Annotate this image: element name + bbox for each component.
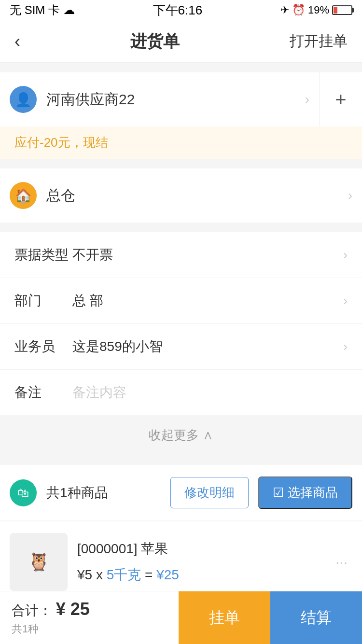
- equals: =: [145, 567, 156, 582]
- bottom-bar: 合计： ¥ 25 共1种 挂单 结算: [0, 591, 362, 644]
- chevron-right-icon: ›: [343, 293, 348, 308]
- back-button[interactable]: ‹: [14, 31, 20, 52]
- product-name: [0000001] 苹果: [77, 540, 331, 558]
- select-product-label: 选择商品: [288, 484, 338, 501]
- price-separator: x: [96, 567, 107, 582]
- note-input[interactable]: 备注内容: [72, 383, 348, 402]
- warehouse-section[interactable]: 🏠 总仓 ›: [0, 168, 362, 223]
- open-hang-button[interactable]: 打开挂单: [290, 31, 348, 51]
- product-item: 🦉 [0000001] 苹果 ¥5 x 5千克 = ¥25 ···: [0, 521, 362, 602]
- hang-button[interactable]: 挂单: [179, 591, 270, 644]
- product-code: [0000001]: [77, 541, 138, 556]
- product-count: 共1种商品: [46, 484, 161, 502]
- total-row: 合计： ¥ 25: [12, 599, 167, 620]
- owl-icon: 🦉: [28, 552, 50, 572]
- invoice-value: 不开票: [72, 246, 343, 264]
- supplier-selector[interactable]: 👤 河南供应商22 ›: [0, 72, 320, 126]
- alarm-icon: ⏰: [292, 4, 305, 16]
- supplier-name: 河南供应商22: [46, 90, 305, 110]
- total-label: 合计：: [12, 603, 52, 618]
- total-count: 共1种: [12, 622, 167, 636]
- product-header: 🛍 共1种商品 修改明细 ☑ 选择商品: [0, 465, 362, 520]
- total-section: 合计： ¥ 25 共1种: [0, 599, 179, 636]
- collapse-button[interactable]: 收起更多 ∧: [0, 415, 362, 455]
- status-right: ✈ ⏰ 19%: [280, 4, 352, 16]
- product-info: [0000001] 苹果 ¥5 x 5千克 = ¥25: [77, 540, 331, 584]
- dept-label: 部门: [14, 292, 72, 310]
- dept-row[interactable]: 部门 总 部 ›: [0, 278, 362, 324]
- product-price: ¥5 x 5千克 = ¥25: [77, 566, 331, 584]
- note-label: 备注: [14, 383, 72, 402]
- product-title: 苹果: [141, 541, 168, 556]
- chevron-right-icon: ›: [305, 92, 309, 107]
- battery-icon: [332, 5, 352, 15]
- total-amount: ¥ 25: [56, 599, 90, 619]
- gap-1: [0, 63, 362, 72]
- chevron-right-icon: ›: [348, 188, 352, 203]
- notice-banner: 应付-20元，现结: [0, 126, 362, 159]
- page-title: 进货单: [130, 30, 180, 53]
- status-bar: 无 SIM 卡 ☁ 下午6:16 ✈ ⏰ 19%: [0, 0, 362, 20]
- location-icon: ✈: [280, 4, 289, 16]
- battery-percent: 19%: [308, 4, 329, 16]
- home-icon: 🏠: [15, 188, 32, 204]
- product-icon: 🛍: [10, 479, 37, 506]
- select-icon: ☑: [273, 485, 284, 500]
- invoice-row[interactable]: 票据类型 不开票 ›: [0, 232, 362, 278]
- user-icon: 👤: [15, 92, 32, 108]
- nav-bar: ‹ 进货单 打开挂单: [0, 20, 362, 63]
- more-options-button[interactable]: ···: [331, 549, 352, 575]
- warehouse-name: 总仓: [46, 186, 348, 206]
- quantity: 5千克: [107, 567, 141, 582]
- sim-status: 无 SIM 卡 ☁: [10, 2, 75, 18]
- supplier-section: 👤 河南供应商22 › +: [0, 72, 362, 126]
- unit-price: ¥5: [77, 567, 92, 582]
- supplier-avatar: 👤: [10, 86, 37, 113]
- item-total: ¥25: [156, 567, 179, 582]
- dept-value: 总 部: [72, 292, 343, 310]
- warehouse-icon: 🏠: [10, 182, 37, 209]
- salesperson-value: 这是859的小智: [72, 337, 343, 356]
- gap-2: [0, 455, 362, 465]
- salesperson-label: 业务员: [14, 337, 72, 356]
- edit-detail-button[interactable]: 修改明细: [170, 477, 249, 508]
- bag-icon: 🛍: [17, 486, 29, 500]
- chevron-right-icon: ›: [343, 247, 348, 263]
- note-row[interactable]: 备注 备注内容: [0, 370, 362, 415]
- add-supplier-button[interactable]: +: [320, 72, 362, 126]
- product-thumbnail: 🦉: [10, 533, 68, 591]
- status-time: 下午6:16: [153, 2, 203, 19]
- form-section: 票据类型 不开票 › 部门 总 部 › 业务员 这是859的小智 › 备注 备注…: [0, 232, 362, 415]
- checkout-button[interactable]: 结算: [270, 591, 362, 644]
- salesperson-row[interactable]: 业务员 这是859的小智 ›: [0, 324, 362, 370]
- chevron-right-icon: ›: [343, 339, 348, 354]
- select-product-button[interactable]: ☑ 选择商品: [258, 476, 352, 509]
- status-left: 无 SIM 卡 ☁: [10, 2, 75, 18]
- invoice-label: 票据类型: [14, 246, 72, 264]
